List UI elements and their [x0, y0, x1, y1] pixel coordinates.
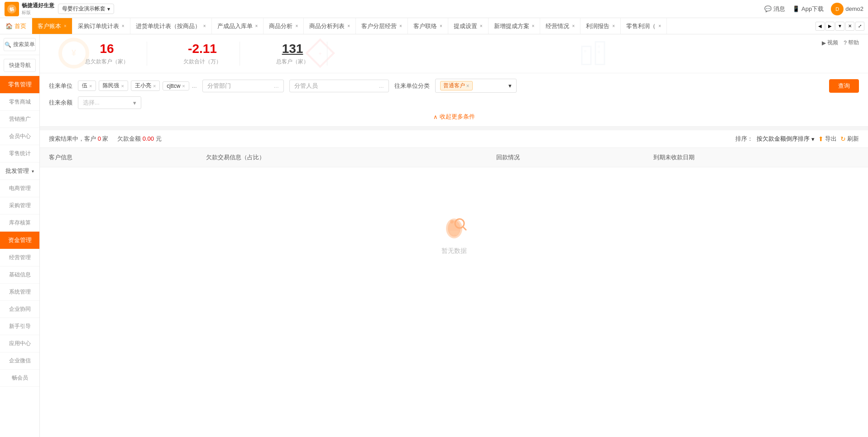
- sidebar-item-newbie-guide-label: 新手引导: [9, 323, 31, 330]
- quick-nav-label: 快捷导航: [9, 62, 31, 69]
- user-avatar-area[interactable]: D demo2: [831, 3, 863, 15]
- close-icon[interactable]: ×: [572, 24, 575, 28]
- tab-close-all-btn[interactable]: ✕: [845, 22, 854, 31]
- message-btn[interactable]: 💬 消息: [764, 5, 785, 13]
- sort-select[interactable]: 按欠款金额倒序排序 ▾: [757, 135, 815, 143]
- close-icon[interactable]: ×: [64, 24, 67, 28]
- sidebar-item-wholesale-mgmt[interactable]: 批发管理 ▾: [0, 162, 39, 180]
- play-icon: ▶: [822, 40, 826, 46]
- sidebar-item-capital-mgmt[interactable]: 资金管理: [0, 232, 39, 249]
- sidebar-quick-area: 快捷导航: [0, 55, 39, 76]
- top-bar-left: 畅 畅捷通好生意 标版 母婴行业演示帐套 ▾: [5, 2, 114, 16]
- help-link[interactable]: ? 帮助: [844, 39, 859, 47]
- tab-raise-settings[interactable]: 提成设置 ×: [448, 18, 489, 34]
- close-icon[interactable]: ×: [347, 24, 350, 28]
- tab-fullscreen-btn[interactable]: ⤢: [855, 22, 864, 31]
- sidebar-item-inventory-check[interactable]: 库存核算: [0, 214, 39, 232]
- tab-new-raise[interactable]: 新增提成方案 ×: [489, 18, 541, 34]
- sidebar-item-retail-stats[interactable]: 零售统计: [0, 145, 39, 162]
- classify-filter-select[interactable]: 普通客户 × ▾: [435, 79, 517, 93]
- tab-goods-analysis-list[interactable]: 商品分析列表 ×: [304, 18, 356, 34]
- col-due-date: 到期未收款日期: [644, 148, 868, 167]
- close-icon[interactable]: ×: [203, 24, 206, 28]
- overdue-amount: 0.00: [143, 135, 154, 142]
- remove-tag-wu-btn[interactable]: ×: [89, 83, 92, 89]
- sidebar-item-enterprise-coop[interactable]: 企业协同: [0, 301, 39, 318]
- tab-goods-analysis[interactable]: 商品分析 ×: [264, 18, 304, 34]
- query-btn[interactable]: 查询: [829, 79, 859, 93]
- stat-total-customers2: 131 总客户（家）: [240, 42, 327, 66]
- amount-filter-select[interactable]: 选择... ▾: [78, 96, 141, 109]
- sidebar-item-enterprise-wechat[interactable]: 企业微信: [0, 352, 39, 370]
- video-link[interactable]: ▶ 视频: [822, 39, 838, 47]
- tab-customer-layer[interactable]: 客户分层经营 ×: [356, 18, 408, 34]
- close-icon[interactable]: ×: [658, 24, 661, 28]
- tab-home[interactable]: 🏠 首页: [0, 18, 32, 34]
- sidebar-item-member-center[interactable]: 会员中心: [0, 128, 39, 145]
- sidebar-item-biz-mgmt-label: 经营管理: [9, 254, 31, 261]
- tab-next-btn[interactable]: ▶: [825, 22, 834, 31]
- logo-subtitle: 标版: [22, 10, 54, 16]
- tab-customer-book[interactable]: 客户账本 ×: [32, 18, 72, 34]
- close-icon[interactable]: ×: [399, 24, 402, 28]
- top-bar: 畅 畅捷通好生意 标版 母婴行业演示帐套 ▾ 💬 消息 📱 App下载 D de…: [0, 0, 868, 18]
- tab-profit-report[interactable]: 利润报告 ×: [580, 18, 621, 34]
- refresh-btn[interactable]: ↻ 刷新: [840, 135, 859, 143]
- app-download-btn[interactable]: 📱 App下载: [792, 5, 824, 13]
- close-icon[interactable]: ×: [255, 24, 258, 28]
- sidebar-item-biz-mgmt[interactable]: 经营管理: [0, 249, 39, 266]
- sidebar-item-purchase-mgmt[interactable]: 采购管理: [0, 197, 39, 214]
- sidebar-item-app-center[interactable]: 应用中心: [0, 335, 39, 352]
- person-filter-select[interactable]: 分管人员 ...: [289, 80, 389, 92]
- tab-menu-btn[interactable]: ▼: [835, 22, 844, 31]
- amount-filter-label: 往来余额: [49, 99, 72, 107]
- remove-tag-cj-btn[interactable]: ×: [182, 83, 185, 89]
- logo-title: 畅捷通好生意: [22, 2, 54, 10]
- remove-tag-chen-btn[interactable]: ×: [121, 83, 124, 89]
- account-selector[interactable]: 母婴行业演示帐套 ▾: [58, 4, 114, 14]
- tab-biz-status[interactable]: 经营情况 ×: [540, 18, 580, 34]
- tab-production-in[interactable]: 产成品入库单 ×: [212, 18, 264, 34]
- sidebar-item-newbie-guide[interactable]: 新手引导: [0, 318, 39, 335]
- stat-total-customers2-label: 总客户（家）: [276, 58, 309, 66]
- tab-stock-in[interactable]: 进货单统计表（按商品） ×: [130, 18, 212, 34]
- filter-tag-chen-text: 陈民强: [103, 82, 119, 90]
- close-icon[interactable]: ×: [612, 24, 615, 28]
- collapse-label: 收起更多条件: [440, 113, 475, 121]
- table-area: 搜索结果中，客户 0 家 欠款金额 0.00 元 排序： 按欠款金额倒序排序 ▾…: [40, 130, 868, 437]
- tab-customer-contact[interactable]: 客户联络 ×: [408, 18, 448, 34]
- tab-purchase-order-label: 采购订单统计表: [78, 22, 119, 30]
- remove-classify-btn[interactable]: ×: [466, 83, 470, 89]
- tab-retail-profit[interactable]: 零售利润（ ×: [621, 18, 667, 34]
- dept-filter-select[interactable]: 分管部门 ...: [202, 80, 284, 92]
- close-icon[interactable]: ×: [532, 24, 535, 28]
- tab-prev-btn[interactable]: ◀: [815, 22, 825, 31]
- close-icon[interactable]: ×: [295, 24, 298, 28]
- export-btn[interactable]: ⬆ 导出: [818, 135, 837, 143]
- sidebar-item-retail-mgmt[interactable]: 零售管理: [0, 76, 39, 94]
- close-icon[interactable]: ×: [480, 24, 483, 28]
- sidebar-item-marketing[interactable]: 营销推广: [0, 111, 39, 128]
- sidebar-item-wholesale-mgmt-label: 批发管理: [5, 167, 29, 175]
- sidebar-item-ecommerce-mgmt[interactable]: 电商管理: [0, 180, 39, 197]
- sidebar-item-system-mgmt[interactable]: 系统管理: [0, 284, 39, 301]
- close-icon[interactable]: ×: [440, 24, 442, 28]
- sidebar-item-vip-member[interactable]: 畅会员: [0, 370, 39, 387]
- tab-purchase-order[interactable]: 采购订单统计表 ×: [72, 18, 130, 34]
- empty-state: 暂无数据: [40, 167, 868, 291]
- sort-option-label: 按欠款金额倒序排序: [757, 135, 810, 143]
- quick-nav-btn[interactable]: 快捷导航: [4, 59, 36, 72]
- stat-total-customers: 16 总欠款客户（家）: [49, 42, 147, 66]
- sidebar-item-member-center-label: 会员中心: [9, 133, 31, 140]
- sidebar-item-retail-mall[interactable]: 零售商城: [0, 94, 39, 111]
- stat-bg-building: [577, 37, 609, 70]
- search-result-info: 搜索结果中，客户 0 家 欠款金额 0.00 元: [49, 135, 162, 143]
- sidebar-item-basic-info[interactable]: 基础信息: [0, 266, 39, 284]
- filter-tag-cj-text: cjttcw: [167, 83, 180, 89]
- remove-tag-wang-btn[interactable]: ×: [153, 83, 156, 89]
- filter-more-btn[interactable]: ...: [192, 82, 197, 89]
- collapse-btn[interactable]: ∧ 收起更多条件: [433, 113, 475, 121]
- search-menu-btn[interactable]: 🔍 搜索菜单: [4, 38, 36, 51]
- close-icon[interactable]: ×: [122, 24, 125, 28]
- logo-text-area: 畅捷通好生意 标版: [22, 2, 54, 16]
